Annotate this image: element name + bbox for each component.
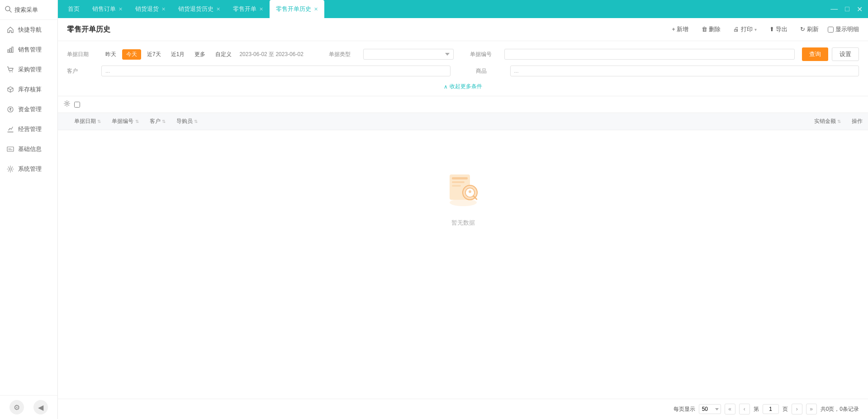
tab-sales-order-close[interactable]: ✕ [119,6,123,12]
sidebar-item-kucun-hesuan[interactable]: 库存核算 [0,80,57,99]
close-btn[interactable]: ✕ [855,5,864,14]
col-customer-sort[interactable]: ⇅ [162,119,166,124]
goods-input[interactable] [510,66,859,76]
col-amount-sort[interactable]: ⇅ [837,119,841,124]
svg-point-10 [66,103,68,104]
sidebar-item-label: 系统管理 [18,165,42,173]
table-gear-btn[interactable] [63,100,71,109]
number-input[interactable] [504,49,795,60]
money-icon [6,105,14,113]
tab-sales-return-history[interactable]: 销货退货历史 ✕ [172,0,227,18]
page-header: 零售开单历史 + 新增 🗑 删除 🖨 打印 ▾ ⬆ 导出 ↻ 刷新 显示明细 [58,18,868,41]
minimize-btn[interactable]: — [829,5,840,13]
last-page-btn[interactable]: » [806,404,817,414]
sidebar-item-xiaoshou-guanli[interactable]: 销售管理 [0,40,57,60]
sidebar-footer: ⚙ ◀ [0,395,57,419]
date-btn-custom[interactable]: 自定义 [211,49,236,60]
collapse-filter-btn[interactable]: ∧ 收起更多条件 [67,81,859,92]
svg-point-6 [12,71,13,72]
tab-sales-order-label: 销售订单 [92,5,116,13]
export-button[interactable]: ⬆ 导出 [766,24,792,35]
col-number[interactable]: 单据编号 ⇅ [106,113,144,130]
maximize-btn[interactable]: □ [843,5,851,13]
col-date[interactable]: 单据日期 ⇅ [69,113,106,130]
col-amount-label: 实销金额 [814,118,836,124]
chevron-up-icon: ∧ [444,84,448,90]
add-button[interactable]: + 新增 [668,24,692,35]
tab-sales-return-history-close[interactable]: ✕ [216,6,220,12]
col-date-sort[interactable]: ⇅ [97,119,101,124]
tab-retail-open[interactable]: 零售开单 ✕ [227,0,270,18]
sidebar-item-jingying-guanli[interactable]: 经营管理 [0,119,57,139]
date-btn-7days[interactable]: 近7天 [143,49,165,60]
tab-sales-return-label: 销货退货 [135,5,159,13]
empty-state: 暂无数据 [58,130,868,263]
sidebar-item-label: 经营管理 [18,125,42,133]
col-action: 操作 [846,113,868,130]
show-detail-checkbox[interactable]: 显示明细 [828,25,859,33]
show-detail-input[interactable] [828,27,834,33]
per-page-label: 每页显示 [674,405,695,413]
col-guide[interactable]: 导购员 ⇅ [171,113,203,130]
customer-label: 客户 [67,67,94,75]
per-page-select[interactable]: 50 10 20 100 [699,404,721,414]
tab-sales-return[interactable]: 销货退货 ✕ [129,0,172,18]
sidebar-item-caigou-guanli[interactable]: 采购管理 [0,60,57,80]
page-label: 第 [754,405,759,413]
settings-footer-btn[interactable]: ⚙ [9,400,24,414]
page-input[interactable] [763,404,779,414]
sidebar-item-kuaijie-daohang[interactable]: 快捷导航 [0,20,57,40]
col-amount[interactable]: 实销金额 ⇅ [809,113,846,130]
col-number-sort[interactable]: ⇅ [135,119,139,124]
svg-rect-3 [10,48,11,52]
select-all-checkbox[interactable] [74,102,80,108]
sidebar-item-xitong-guanli[interactable]: 系统管理 [0,159,57,179]
sidebar-item-label: 快捷导航 [18,26,42,34]
first-page-btn[interactable]: « [725,404,735,414]
collapse-sidebar-btn[interactable]: ◀ [33,400,48,414]
date-label: 单据日期 [67,51,94,58]
col-number-label: 单据编号 [112,118,133,124]
search-label: 搜索采单 [14,6,38,14]
sidebar-item-jichu-xinxi[interactable]: 基础信息 [0,139,57,159]
svg-rect-4 [12,47,13,52]
type-select[interactable] [363,49,454,60]
tab-sales-order[interactable]: 销售订单 ✕ [86,0,129,18]
next-page-btn[interactable]: › [792,404,802,414]
refresh-button[interactable]: ↻ 刷新 [797,24,822,35]
tab-sales-return-close[interactable]: ✕ [161,6,166,12]
filter-date-btns: 昨天 今天 近7天 近1月 更多 自定义 2023-06-02 至 2023-0… [101,49,304,60]
sidebar-item-zijin-guanli[interactable]: 资金管理 [0,99,57,119]
tab-sales-return-history-label: 销货退货历史 [178,5,213,13]
empty-illustration [441,166,486,212]
print-button[interactable]: 🖨 打印 ▾ [730,24,760,35]
filter-area: 单据日期 昨天 今天 近7天 近1月 更多 自定义 2023-06-02 至 2… [58,41,868,96]
prev-page-btn[interactable]: ‹ [739,404,750,414]
search-entry[interactable]: 搜索采单 [0,0,57,20]
svg-line-1 [9,10,11,12]
date-btn-yesterday[interactable]: 昨天 [101,49,120,60]
sidebar-item-label: 采购管理 [18,66,42,74]
tab-retail-open-history-close[interactable]: ✕ [314,6,318,12]
tab-retail-open-history[interactable]: 零售开单历史 ✕ [270,0,324,18]
date-btn-today[interactable]: 今天 [122,49,141,60]
col-guide-sort[interactable]: ⇅ [194,119,198,124]
svg-point-19 [469,190,471,193]
tab-home-label: 首页 [68,5,80,13]
svg-point-5 [9,71,10,72]
date-btn-more[interactable]: 更多 [190,49,209,60]
bar-icon [6,125,14,133]
filter-row-1: 单据日期 昨天 今天 近7天 近1月 更多 自定义 2023-06-02 至 2… [67,47,859,61]
type-label: 单据类型 [329,51,356,58]
col-customer[interactable]: 客户 ⇅ [144,113,171,130]
settings-query-button[interactable]: 设置 [832,47,859,61]
search-button[interactable]: 查询 [802,47,828,61]
tab-home[interactable]: 首页 [62,0,86,18]
main-area: 首页 销售订单 ✕ 销货退货 ✕ 销货退货历史 ✕ 零售开单 ✕ 零售开单历史 … [58,0,868,419]
tab-retail-open-close[interactable]: ✕ [259,6,263,12]
date-btn-1month[interactable]: 近1月 [167,49,189,60]
table-area: 单据日期 ⇅ 单据编号 ⇅ 客户 ⇅ [58,96,868,399]
delete-button[interactable]: 🗑 删除 [698,24,725,35]
customer-input[interactable] [101,66,451,76]
box-icon [6,85,14,94]
